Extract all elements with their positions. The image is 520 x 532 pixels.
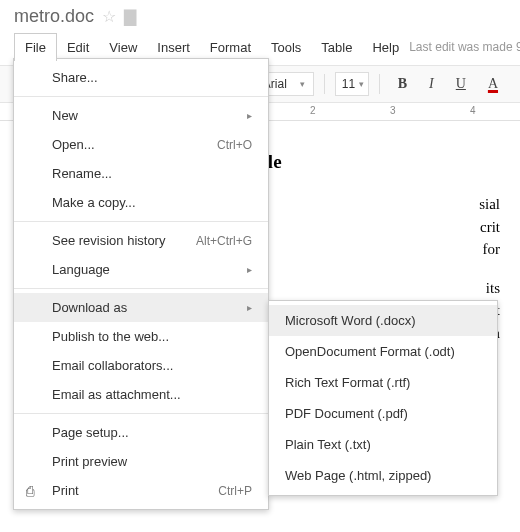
ruler-tick: 2 — [310, 105, 316, 116]
menu-format[interactable]: Format — [200, 34, 261, 61]
underline-button[interactable]: U — [448, 72, 474, 96]
submenu-pdf[interactable]: PDF Document (.pdf) — [269, 398, 497, 429]
submenu-docx[interactable]: Microsoft Word (.docx) — [269, 305, 497, 336]
menu-separator — [14, 288, 268, 289]
bold-button[interactable]: B — [390, 72, 415, 96]
chevron-right-icon: ▸ — [247, 264, 252, 275]
ruler-tick: 3 — [390, 105, 396, 116]
menu-separator — [14, 413, 268, 414]
last-edit-info: Last edit was made 9 — [409, 40, 520, 54]
chevron-right-icon: ▸ — [247, 302, 252, 313]
menu-print[interactable]: ⎙PrintCtrl+P — [14, 476, 268, 505]
menu-revision-history[interactable]: See revision historyAlt+Ctrl+G — [14, 226, 268, 255]
file-menu-dropdown: Share... New▸ Open...Ctrl+O Rename... Ma… — [13, 58, 269, 510]
menu-page-setup[interactable]: Page setup... — [14, 418, 268, 447]
menu-publish-web[interactable]: Publish to the web... — [14, 322, 268, 351]
ruler-tick: 4 — [470, 105, 476, 116]
submenu-odt[interactable]: OpenDocument Format (.odt) — [269, 336, 497, 367]
folder-icon[interactable]: ▇ — [124, 7, 136, 26]
menu-email-collaborators[interactable]: Email collaborators... — [14, 351, 268, 380]
menu-language[interactable]: Language▸ — [14, 255, 268, 284]
menu-rename[interactable]: Rename... — [14, 159, 268, 188]
menu-download-as[interactable]: Download as▸ — [14, 293, 268, 322]
submenu-html[interactable]: Web Page (.html, zipped) — [269, 460, 497, 491]
font-size-selector[interactable]: 11 ▾ — [335, 72, 369, 96]
document-title[interactable]: metro.doc — [14, 6, 94, 27]
menu-new[interactable]: New▸ — [14, 101, 268, 130]
menu-email-attachment[interactable]: Email as attachment... — [14, 380, 268, 409]
menu-view[interactable]: View — [99, 34, 147, 61]
menu-tools[interactable]: Tools — [261, 34, 311, 61]
shortcut-label: Alt+Ctrl+G — [196, 234, 252, 248]
caret-down-icon: ▾ — [359, 79, 364, 89]
caret-down-icon: ▾ — [300, 79, 305, 89]
submenu-txt[interactable]: Plain Text (.txt) — [269, 429, 497, 460]
download-as-submenu: Microsoft Word (.docx) OpenDocument Form… — [268, 300, 498, 496]
font-size: 11 — [342, 77, 355, 91]
menu-separator — [14, 96, 268, 97]
star-icon[interactable]: ☆ — [102, 7, 116, 26]
menu-open[interactable]: Open...Ctrl+O — [14, 130, 268, 159]
text-color-button[interactable]: A — [480, 72, 506, 96]
menu-make-copy[interactable]: Make a copy... — [14, 188, 268, 217]
menu-help[interactable]: Help — [362, 34, 409, 61]
menu-table[interactable]: Table — [311, 34, 362, 61]
shortcut-label: Ctrl+O — [217, 138, 252, 152]
menu-print-preview[interactable]: Print preview — [14, 447, 268, 476]
print-icon: ⎙ — [26, 483, 34, 499]
submenu-rtf[interactable]: Rich Text Format (.rtf) — [269, 367, 497, 398]
title-bar: metro.doc ☆ ▇ — [0, 0, 520, 29]
separator — [324, 74, 325, 94]
menu-share[interactable]: Share... — [14, 63, 268, 92]
menu-separator — [14, 221, 268, 222]
shortcut-label: Ctrl+P — [218, 484, 252, 498]
menu-file[interactable]: File — [14, 33, 57, 61]
italic-button[interactable]: I — [421, 72, 442, 96]
menu-edit[interactable]: Edit — [57, 34, 99, 61]
chevron-right-icon: ▸ — [247, 110, 252, 121]
separator — [379, 74, 380, 94]
menu-insert[interactable]: Insert — [147, 34, 200, 61]
